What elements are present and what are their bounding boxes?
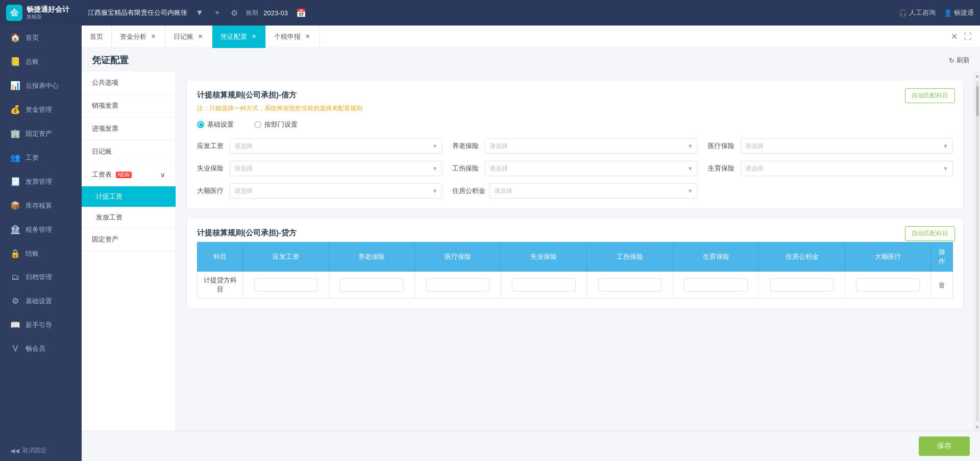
delete-icon[interactable]: 🗑 (938, 281, 945, 289)
left-menu-sales-label: 销项发票 (92, 101, 118, 110)
label-housing-fund: 住房公积金 (452, 186, 485, 196)
debit-section-note: 注：只能选择一种方式，系统将按照您当前的选择来配置规则 (197, 104, 953, 113)
tab-journal[interactable]: 日记账 ✕ (165, 26, 212, 48)
radio-dept[interactable]: 按部门设置 (254, 120, 298, 129)
tab-journal-close[interactable]: ✕ (197, 33, 204, 40)
tab-tax-label: 个税申报 (274, 32, 301, 41)
td-pension (329, 272, 415, 299)
input-medical[interactable] (426, 278, 489, 292)
sidebar-item-payroll[interactable]: 👥 工资 (0, 145, 82, 169)
settings-icon[interactable]: ⚙ (228, 6, 241, 20)
home-icon: 🏠 (10, 33, 20, 42)
invoice-icon: 🧾 (10, 177, 20, 186)
td-medical (415, 272, 501, 299)
left-menu-journal[interactable]: 日记账 (82, 140, 176, 163)
field-housing-fund: 住房公积金 请选择 ▼ (452, 183, 697, 199)
select-unemployment-placeholder: 请选择 (234, 164, 253, 173)
debit-section: 计提核算规则(公司承担)-借方 注：只能选择一种方式，系统将按照您当前的选择来配… (186, 80, 964, 209)
tab-tax-close[interactable]: ✕ (304, 33, 311, 40)
add-button[interactable]: + (212, 6, 223, 19)
save-button[interactable]: 保存 (919, 436, 970, 456)
input-housing-fund[interactable] (770, 278, 834, 292)
auto-match-credit-btn[interactable]: 自动匹配科目 (905, 226, 955, 241)
left-menu-payroll-pay-label: 发放工资 (96, 213, 122, 221)
col-housing-fund: 住房公积金 (759, 242, 845, 272)
sidebar-item-guide[interactable]: 📖 新手引导 (0, 313, 82, 337)
tab-fund[interactable]: 资金分析 ✕ (112, 26, 165, 48)
table-row: 计提贷方科目 🗑 (198, 272, 953, 299)
user-btn[interactable]: 👤 畅捷通 (944, 8, 974, 17)
sidebar-item-ledger[interactable]: 📒 总账 (0, 50, 82, 74)
select-medical[interactable]: 请选择 ▼ (741, 138, 953, 154)
sidebar-item-settings[interactable]: ⚙ 基础设置 (0, 289, 82, 313)
td-injury (587, 272, 673, 299)
right-scrollbar[interactable]: ▲ ▼ (974, 71, 980, 431)
left-menu-purchase[interactable]: 进项发票 (82, 117, 176, 140)
sidebar-label-assets: 固定资产 (26, 129, 52, 138)
select-salary-placeholder: 请选择 (234, 142, 253, 151)
calendar-icon[interactable]: 📅 (293, 6, 309, 20)
left-menu-fixed-assets[interactable]: 固定资产 (82, 228, 176, 251)
archive-icon: 🗂 (10, 273, 20, 282)
col-medical: 医疗保险 (415, 242, 501, 272)
input-injury[interactable] (598, 278, 662, 292)
tab-tax[interactable]: 个税申报 ✕ (266, 26, 320, 48)
payroll-icon: 👥 (10, 153, 20, 162)
sidebar-item-home[interactable]: 🏠 首页 (0, 26, 82, 50)
service-btn[interactable]: 🎧 人工咨询 (899, 8, 936, 17)
tab-fund-close[interactable]: ✕ (150, 33, 157, 40)
select-large-medical[interactable]: 请选择 ▼ (230, 183, 442, 199)
sidebar-item-vip[interactable]: V 畅会员 (0, 337, 82, 360)
sidebar-item-tax[interactable]: 🏦 税务管理 (0, 217, 82, 241)
left-menu-payroll-table[interactable]: 工资表 NEW ∨ (82, 163, 176, 186)
closing-icon: 🔒 (10, 249, 20, 258)
sidebar-label-ledger: 总账 (26, 57, 39, 66)
refresh-button[interactable]: ↻ 刷新 (949, 56, 970, 65)
scrollbar-up[interactable]: ▲ (974, 71, 981, 80)
td-housing-fund (759, 272, 845, 299)
sidebar-unpin[interactable]: ◀◀ 取消固定 (0, 440, 82, 461)
sidebar-label-vip: 畅会员 (26, 344, 45, 353)
left-menu-sales[interactable]: 销项发票 (82, 94, 176, 117)
sidebar-item-closing[interactable]: 🔒 结账 (0, 241, 82, 265)
label-injury: 工伤保险 (452, 164, 481, 173)
select-pension[interactable]: 请选择 ▼ (485, 138, 697, 154)
sidebar-item-fund[interactable]: 💰 资金管理 (0, 98, 82, 122)
auto-match-debit-btn[interactable]: 自动匹配科目 (905, 88, 955, 103)
logo-icon: 会 (6, 5, 22, 21)
left-menu-public[interactable]: 公共选项 (82, 71, 176, 94)
credit-table: 科目 应发工资 养老保险 医疗保险 失业保险 工伤保险 生育保险 住房公积金 大… (197, 242, 953, 299)
sidebar-item-inventory[interactable]: 📦 库存核算 (0, 193, 82, 217)
expand-btn[interactable]: ⛶ (962, 30, 974, 43)
col-salary: 应发工资 (243, 242, 329, 272)
input-large-medical[interactable] (856, 278, 919, 292)
scrollbar-down[interactable]: ▼ (974, 423, 981, 431)
radio-basic[interactable]: 基础设置 (197, 120, 234, 129)
input-unemployment[interactable] (512, 278, 575, 292)
sidebar-item-reports[interactable]: 📊 云报表中心 (0, 74, 82, 98)
left-menu-payroll-pay[interactable]: 发放工资 (82, 207, 176, 228)
company-dropdown-icon[interactable]: ▼ (192, 6, 207, 19)
left-menu-payroll-calc[interactable]: 计提工资 (82, 186, 176, 207)
sidebar-label-settings: 基础设置 (26, 297, 52, 306)
tab-home[interactable]: 首页 (82, 26, 112, 48)
tab-voucher[interactable]: 凭证配置 ✕ (212, 26, 266, 48)
select-injury[interactable]: 请选择 ▼ (485, 161, 697, 176)
sidebar-item-assets[interactable]: 🏢 固定资产 (0, 122, 82, 145)
label-maternity: 生育保险 (708, 164, 737, 173)
select-maternity[interactable]: 请选择 ▼ (741, 161, 953, 176)
company-name[interactable]: 江西服宝精品有限责任公司内账张 (88, 8, 187, 17)
close-all-btn[interactable]: ✕ (949, 30, 960, 43)
tab-voucher-close[interactable]: ✕ (250, 33, 257, 40)
sidebar-item-archive[interactable]: 🗂 归档管理 (0, 265, 82, 289)
select-housing-fund[interactable]: 请选择 ▼ (489, 183, 697, 199)
input-maternity[interactable] (684, 278, 747, 292)
input-salary[interactable] (254, 278, 317, 292)
input-pension[interactable] (340, 278, 403, 292)
tab-journal-label: 日记账 (174, 32, 193, 41)
tab-bar-actions: ✕ ⛶ (949, 30, 980, 43)
select-unemployment[interactable]: 请选择 ▼ (230, 161, 442, 176)
select-salary[interactable]: 请选择 ▼ (230, 138, 442, 154)
chevron-down-icon: ∨ (160, 171, 165, 179)
sidebar-item-invoice[interactable]: 🧾 发票管理 (0, 169, 82, 193)
